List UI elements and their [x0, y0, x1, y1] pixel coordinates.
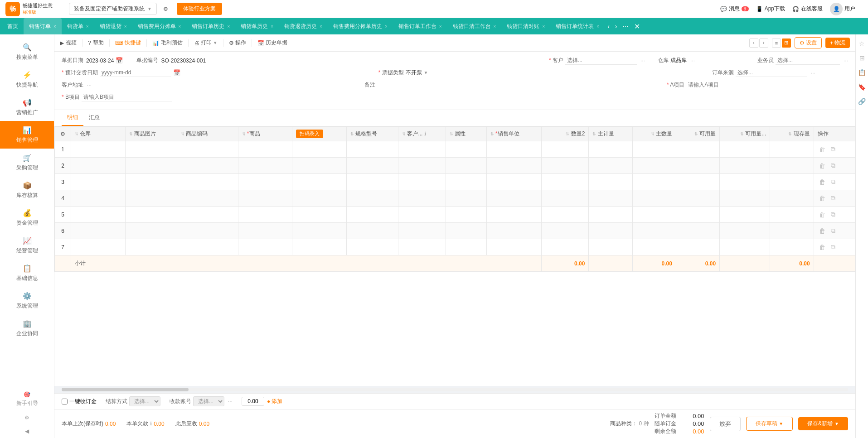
col-image[interactable]: ⇅ 商品图片 [125, 127, 177, 141]
scroll-thumb[interactable] [62, 388, 189, 391]
tab-scroll-right[interactable]: › [612, 23, 620, 30]
tab-sales-order[interactable]: 销售订单 × [24, 18, 62, 34]
row-warehouse-3[interactable] [71, 174, 126, 190]
row-unit-2[interactable] [486, 158, 541, 174]
row-mainqty-1[interactable] [632, 141, 676, 158]
sidebar-item-basic[interactable]: 📋 基础信息 [0, 259, 54, 287]
user-btn[interactable]: 👤 用户 [830, 3, 855, 15]
delete-row-btn[interactable]: 🗑 [818, 145, 827, 154]
operate-btn[interactable]: ⚙ 操作 [229, 39, 246, 47]
list-view-btn[interactable]: ≡ [772, 39, 781, 48]
save-new-button[interactable]: 保存&新增 ▼ [798, 417, 848, 430]
right-panel-icon-link[interactable]: 🔗 [857, 96, 868, 107]
sidebar-item-inventory[interactable]: 📦 库存核算 [0, 176, 54, 204]
copy-row-btn[interactable]: ⧉ [829, 161, 838, 170]
copy-row-btn[interactable]: ⧉ [829, 210, 838, 219]
col-current[interactable]: ⇅ 现存量 [770, 127, 814, 141]
tab-daily-reconcile[interactable]: 钱货日清对账 × [501, 18, 550, 34]
row-avail2-1[interactable] [720, 141, 770, 158]
delete-row-btn[interactable]: 🗑 [818, 194, 827, 203]
row-image-2[interactable] [125, 158, 177, 174]
copy-row-btn[interactable]: ⧉ [829, 145, 838, 154]
row-code-1[interactable] [177, 141, 238, 158]
copy-row-btn[interactable]: ⧉ [829, 194, 838, 203]
row-mainunit-1[interactable] [589, 141, 632, 158]
col-settings[interactable]: ⚙ [55, 127, 71, 141]
row-current-1[interactable] [770, 141, 814, 158]
history-btn[interactable]: 📅 历史单据 [257, 39, 287, 47]
tab-scroll-left[interactable]: ‹ [605, 23, 612, 30]
row-attr-1[interactable] [446, 141, 486, 158]
right-panel-icon-clipboard[interactable]: 📋 [857, 67, 868, 78]
sidebar-item-newbie[interactable]: 🎯 新手引导 [0, 388, 54, 411]
col-spec[interactable]: ⇅ 规格型号 [346, 127, 398, 141]
scan-btn[interactable]: 扫码录入 [296, 130, 323, 138]
col-main-qty[interactable]: ⇅ 主数量 [632, 127, 676, 141]
row-avail-1[interactable] [676, 141, 719, 158]
copy-row-btn[interactable]: ⧉ [829, 226, 838, 236]
app-download-btn[interactable]: 📱 App下载 [756, 5, 785, 13]
col-warehouse[interactable]: ⇅ 仓库 [71, 127, 126, 141]
col-code[interactable]: ⇅ 商品编码 [177, 127, 238, 141]
row-spec-1[interactable] [346, 141, 398, 158]
sidebar-item-purchase[interactable]: 🛒 采购管理 [0, 149, 54, 176]
add-btn[interactable]: ● 添加 [267, 398, 282, 405]
col-unit[interactable]: ⇅ *销售单位 [486, 127, 541, 141]
staff-input[interactable] [776, 56, 840, 65]
a-project-input[interactable] [686, 81, 758, 89]
close-icon[interactable]: × [494, 24, 496, 29]
row-custcode-1[interactable] [398, 141, 446, 158]
row-qty2-2[interactable] [541, 158, 589, 174]
row-warehouse-1[interactable] [71, 141, 126, 158]
tab-sales-return-history[interactable]: 销货退货历史 × [279, 18, 328, 34]
sidebar-item-finance[interactable]: 💰 资金管理 [0, 204, 54, 231]
row-unit-1[interactable] [486, 141, 541, 158]
tab-summary[interactable]: 汇总 [83, 110, 105, 126]
profit-btn[interactable]: 📊 毛利预估 [152, 39, 183, 47]
help-btn[interactable]: ? 帮助 [88, 39, 104, 47]
view-btn-toolbar[interactable]: ▶ 视频 [60, 39, 77, 47]
tab-sales-stats[interactable]: 销售订单统计表 × [550, 18, 605, 34]
row-custcode-2[interactable] [398, 158, 446, 174]
right-panel-icon-bookmark[interactable]: 🔖 [857, 82, 868, 92]
close-icon[interactable]: × [124, 24, 127, 29]
sidebar-item-quick[interactable]: ⚡ 快捷导航 [0, 66, 54, 93]
payment-select[interactable]: 选择... [129, 396, 160, 406]
sidebar-item-enterprise[interactable]: 🏢 企业协同 [0, 314, 54, 342]
close-icon[interactable]: × [271, 24, 273, 29]
row-name-1[interactable] [238, 141, 292, 158]
amount-input[interactable] [242, 397, 264, 406]
close-icon[interactable]: × [596, 24, 599, 29]
row-mainunit-2[interactable] [589, 158, 632, 174]
account-select[interactable]: 选择... [193, 396, 224, 406]
tab-detail[interactable]: 明细 [62, 110, 83, 126]
form-view-btn[interactable]: ⊞ [782, 39, 791, 48]
shortcut-btn[interactable]: ⌨ 快捷键 [115, 39, 141, 47]
system-title[interactable]: 装备及固定资产辅助管理系统 ▼ [69, 3, 157, 15]
delete-row-btn[interactable]: 🗑 [818, 161, 827, 170]
sidebar-item-sales[interactable]: 📊 销售管理 [0, 121, 54, 149]
tab-close-all[interactable]: ✕ [631, 22, 643, 31]
close-icon[interactable]: × [179, 24, 181, 29]
tab-sales-workbench[interactable]: 销售订单工作台 × [393, 18, 447, 34]
sidebar-item-system[interactable]: ⚙️ 系统管理 [0, 287, 54, 314]
close-icon[interactable]: × [53, 24, 56, 29]
table-scroll[interactable] [62, 388, 848, 391]
sidebar-collapse-btn[interactable]: ◀ [0, 424, 54, 438]
material-button[interactable]: + 物流 [825, 38, 850, 48]
row-avail-2[interactable] [676, 158, 719, 174]
row-current-2[interactable] [770, 158, 814, 174]
delivery-input[interactable] [100, 68, 171, 77]
row-name-2[interactable] [238, 158, 292, 174]
right-panel-icon-grid[interactable]: ⊞ [857, 53, 868, 63]
sidebar-item-operation[interactable]: 📈 经营管理 [0, 231, 54, 259]
memo-input[interactable] [377, 81, 468, 89]
row-code-2[interactable] [177, 158, 238, 174]
customer-input[interactable] [565, 56, 637, 65]
tab-sales-fee-history[interactable]: 销售费用分摊单历史 × [328, 18, 393, 34]
settings-icon[interactable]: ⚙ [160, 3, 172, 15]
tab-home[interactable]: 首页 [2, 18, 24, 34]
close-icon[interactable]: × [542, 24, 545, 29]
sidebar-item-search[interactable]: 🔍 搜索菜单 [0, 38, 54, 66]
save-draft-button[interactable]: 保存草稿 ▼ [746, 417, 793, 431]
